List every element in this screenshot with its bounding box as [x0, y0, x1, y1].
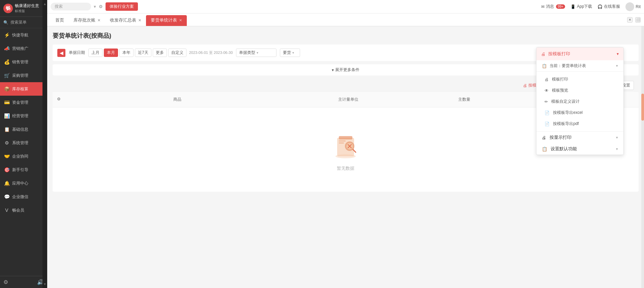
message-item[interactable]: ✉ 消息 99+ — [541, 4, 565, 9]
yh-select-arrow-icon: ▾ — [292, 51, 294, 55]
phone-icon: 📱 — [570, 4, 576, 9]
sidebar-item-sales[interactable]: 💰销售管理 — [0, 55, 47, 69]
message-badge: 99+ — [556, 4, 565, 9]
default-func-icon: 📋 — [542, 147, 547, 152]
dropdown-collapse-icon: ▾ — [617, 52, 619, 56]
sidebar-item-marketing[interactable]: 📣营销推广 — [0, 42, 47, 55]
sidebar-search[interactable]: 🔍 搜索菜单 — [0, 17, 47, 28]
sidebar-item-member[interactable]: V畅会员 — [0, 203, 47, 217]
topbar-search-box[interactable]: 搜索 — [51, 3, 91, 10]
sidebar-icon-collab: 🤝 — [3, 153, 10, 160]
sidebar-item-quick-nav[interactable]: ⚡快捷导航 — [0, 28, 47, 42]
dropdown-item-default-func[interactable]: 📋 设置默认功能 ▾ — [536, 143, 623, 155]
app-logo: 畅 畅康通好生意 标准版 — [0, 0, 47, 17]
dropdown-item-excel[interactable]: 📄 按模板导出excel — [536, 107, 623, 118]
online-service-item[interactable]: 🎧 在线客服 — [597, 4, 620, 9]
sidebar-item-inventory[interactable]: 📦库存核算 — [0, 82, 47, 96]
select-arrow-icon: ▾ — [257, 51, 258, 55]
sidebar-item-appstore[interactable]: 🔔应用中心 — [0, 177, 47, 190]
scroll-down-arrow[interactable]: ▼ — [43, 282, 47, 286]
expand-icon: ▾ — [332, 68, 334, 72]
scroll-up-arrow[interactable]: ▲ — [43, 2, 47, 6]
logo-icon: 畅 — [3, 4, 13, 13]
dropdown-header[interactable]: 🖨 按模板打印 ▾ — [536, 47, 623, 60]
topbar-right: ✉ 消息 99+ 📱 App下载 🎧 在线客服 Rit — [541, 2, 641, 11]
date-btn-7days[interactable]: 近7天 — [135, 49, 151, 57]
print-icon: 🖨 — [523, 83, 527, 88]
tab-close-summary[interactable]: ✕ — [138, 18, 141, 23]
topbar-settings-icon[interactable]: ⚙ — [99, 4, 103, 9]
date-btn-custom[interactable]: 自定义 — [168, 49, 186, 57]
sidebar-item-operations[interactable]: 📊经营管理 — [0, 109, 47, 123]
dropdown-section-items: 🖨 模板打印 👁 模板预览 ✏ 模板自定义设计 📄 按模板导出excel 📄 按… — [536, 72, 623, 132]
sidebar-footer: ⚙ 🔊 — [0, 276, 47, 288]
svg-rect-8 — [339, 142, 344, 143]
window-maximize-btn[interactable]: ⬜ — [635, 17, 641, 23]
col-settings[interactable]: ⚙ — [53, 95, 65, 104]
sidebar-icon-newbie: 🎯 — [3, 166, 10, 173]
yh-select[interactable]: 要货 ▾ — [280, 49, 300, 57]
sidebar-item-purchase[interactable]: 🛒采购管理 — [0, 69, 47, 82]
settings-icon[interactable]: ⚙ — [3, 279, 8, 285]
sidebar-icon-operations: 📊 — [3, 113, 10, 119]
search-icon: 🔍 — [3, 20, 8, 25]
edit-icon: ✏ — [545, 99, 548, 104]
col-quantity: 主数量 — [406, 95, 522, 104]
dropdown-item-design[interactable]: ✏ 模板自定义设计 — [536, 96, 623, 107]
date-btn-prev-month[interactable]: 上月 — [88, 49, 103, 57]
date-btn-more[interactable]: 更多 — [153, 49, 167, 57]
col-unit: 主计量单位 — [290, 95, 406, 104]
right-scrollbar[interactable] — [641, 26, 644, 288]
sidebar-item-wechat[interactable]: 💬企业微信 — [0, 190, 47, 203]
tab-order-stats[interactable]: 要货单统计表 ✕ — [146, 15, 187, 26]
sidebar-icon-inventory: 📦 — [3, 86, 10, 92]
date-btn-year[interactable]: 本年 — [119, 49, 134, 57]
user-info[interactable]: Rit — [625, 2, 641, 11]
app-download-item[interactable]: 📱 App下载 — [570, 4, 592, 9]
tab-summary[interactable]: 收发存汇总表 ✕ — [105, 15, 146, 26]
dropdown-header-left: 🖨 按模板打印 — [541, 51, 570, 57]
expand-button[interactable]: ▾ 展开更多条件 — [332, 67, 359, 73]
sidebar-item-finance[interactable]: 💳资金管理 — [0, 96, 47, 109]
sidebar-item-newbie[interactable]: 🎯新手引导 — [0, 163, 47, 177]
sidebar-icon-member: V — [3, 207, 10, 214]
sidebar-item-system[interactable]: ⚙系统管理 — [0, 136, 47, 150]
tab-close-order-stats[interactable]: ✕ — [179, 18, 182, 23]
current-template-row[interactable]: 📋 当前：要货单统计表 ▾ — [536, 60, 623, 72]
default-func-arrow: ▾ — [616, 147, 618, 151]
sidebar-icon-appstore: 🔔 — [3, 180, 10, 187]
dropdown-item-preview[interactable]: 👁 模板预览 — [536, 85, 623, 96]
dropdown-item-pdf[interactable]: 📄 按模板导出pdf — [536, 118, 623, 129]
topbar-dropdown-icon[interactable]: ▾ — [94, 4, 96, 9]
topbar-left: 搜索 ▾ ⚙ 体验行业方案 — [51, 2, 138, 11]
sidebar-icon-finance: 💳 — [3, 99, 10, 106]
empty-text: 暂无数据 — [337, 165, 354, 171]
sidebar-icon-wechat: 💬 — [3, 193, 10, 200]
sidebar-icon-basic: 📋 — [3, 126, 10, 133]
doc-type-select[interactable]: 单据类型 ▾ — [236, 49, 276, 57]
page-title: 要货单统计表(按商品) — [53, 32, 639, 40]
dropdown-item-print[interactable]: 🖨 模板打印 — [536, 74, 623, 85]
sidebar-icon-purchase: 🛒 — [3, 72, 10, 79]
display-print-icon: 🖨 — [542, 135, 546, 140]
logo-text: 畅康通好生意 标准版 — [15, 3, 39, 13]
current-arrow-icon: ▾ — [616, 64, 618, 68]
headset-icon: 🎧 — [597, 4, 603, 9]
filter-toggle-button[interactable]: ◀ — [57, 49, 65, 57]
tab-home[interactable]: 首页 — [51, 15, 69, 26]
tab-inventory-batch[interactable]: 库存批次账 ✕ — [69, 15, 105, 26]
sidebar-icon-system: ⚙ — [3, 139, 10, 146]
sidebar-icon-quick-nav: ⚡ — [3, 32, 10, 38]
promo-button[interactable]: 体验行业方案 — [106, 2, 138, 11]
date-btn-curr-month[interactable]: 本月 — [104, 49, 118, 57]
sidebar-item-collab[interactable]: 🤝企业协同 — [0, 150, 47, 163]
date-label: 单据日期 — [69, 50, 85, 56]
dropdown-item-display-print[interactable]: 🖨 按显示打印 ▾ — [536, 132, 623, 143]
col-product: 商品 — [65, 95, 290, 104]
sidebar-item-basic[interactable]: 📋基础信息 — [0, 123, 47, 136]
tabbar: 首页 库存批次账 ✕ 收发存汇总表 ✕ 要货单统计表 ✕ ✕ ⬜ — [47, 13, 644, 26]
display-print-arrow: ▾ — [616, 135, 618, 140]
svg-rect-7 — [339, 140, 346, 141]
tab-close-inventory[interactable]: ✕ — [97, 18, 100, 23]
window-close-btn[interactable]: ✕ — [627, 17, 633, 23]
